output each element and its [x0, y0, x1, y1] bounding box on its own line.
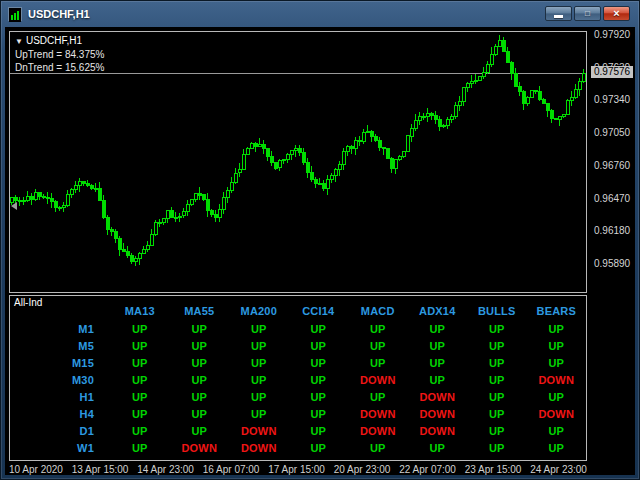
indicator-signal-cell: UP [467, 354, 527, 371]
time-axis-label: 17 Apr 15:00 [268, 464, 325, 475]
indicator-signal-cell: UP [467, 422, 527, 439]
indicator-signal-cell: DOWN [408, 388, 468, 405]
price-axis-label: 0.96470 [594, 193, 630, 204]
indicator-column-header: BEARS [527, 301, 587, 320]
indicator-column-header: MACD [348, 301, 408, 320]
window-title: USDCHF,H1 [28, 8, 90, 20]
titlebar[interactable]: USDCHF,H1 □ × [1, 1, 639, 27]
time-axis-label: 16 Apr 07:00 [203, 464, 260, 475]
indicator-signal-cell: UP [408, 320, 468, 337]
indicator-signal-cell: UP [229, 388, 289, 405]
time-axis-label: 14 Apr 23:00 [137, 464, 194, 475]
price-axis-label: 0.97920 [594, 29, 630, 40]
time-axis-label: 13 Apr 15:00 [72, 464, 129, 475]
chart-window: USDCHF,H1 □ × ▼USDCHF,H1 UpTrend = 84.37… [0, 0, 640, 480]
symbol-label: USDCHF,H1 [26, 35, 82, 46]
timeframe-label: D1 [10, 422, 110, 439]
indicator-signal-cell: UP [170, 354, 230, 371]
indicator-signal-cell: DOWN [348, 371, 408, 388]
dntrend-label: DnTrend = 15.625% [15, 61, 104, 74]
indicator-signal-cell: UP [348, 320, 408, 337]
indicator-signal-cell: DOWN [348, 405, 408, 422]
indicator-signal-cell: UP [170, 388, 230, 405]
indicator-signal-cell: UP [110, 354, 170, 371]
indicator-signal-cell: UP [408, 371, 468, 388]
timeframe-label: M5 [10, 337, 110, 354]
indicator-column-header: MA55 [170, 301, 230, 320]
indicator-signal-cell: DOWN [527, 371, 587, 388]
indicator-signal-cell: UP [289, 354, 349, 371]
price-axis: 0.979200.976300.973400.970500.967600.964… [589, 31, 637, 293]
close-button[interactable]: × [603, 6, 630, 21]
price-axis-label: 0.97340 [594, 94, 630, 105]
indicator-signal-cell: DOWN [229, 422, 289, 439]
indicator-signal-cell: UP [527, 337, 587, 354]
indicator-signal-cell: UP [110, 371, 170, 388]
indicator-signal-cell: UP [348, 354, 408, 371]
indicator-signal-cell: UP [170, 320, 230, 337]
indicator-signal-cell: UP [110, 388, 170, 405]
indicator-signal-cell: UP [229, 337, 289, 354]
indicator-signal-cell: UP [110, 320, 170, 337]
indicator-signal-cell: UP [170, 405, 230, 422]
indicator-signal-cell: UP [170, 337, 230, 354]
indicator-signal-cell: UP [408, 337, 468, 354]
timeframe-label: H4 [10, 405, 110, 422]
indicator-signal-cell: DOWN [170, 439, 230, 456]
time-axis-label: 22 Apr 07:00 [399, 464, 456, 475]
indicator-signal-cell: UP [289, 388, 349, 405]
timeframe-label: M15 [10, 354, 110, 371]
indicator-signal-cell: UP [348, 439, 408, 456]
timeframe-label: M30 [10, 371, 110, 388]
indicator-signal-cell: UP [527, 439, 587, 456]
indicator-signal-cell: UP [110, 439, 170, 456]
time-axis-label: 24 Apr 23:00 [530, 464, 587, 475]
indicator-signal-cell: UP [110, 422, 170, 439]
maximize-button[interactable]: □ [574, 6, 601, 21]
indicator-signal-cell: UP [229, 405, 289, 422]
indicator-signal-cell: DOWN [527, 405, 587, 422]
indicator-signal-cell: UP [110, 405, 170, 422]
indicator-signal-cell: UP [467, 388, 527, 405]
indicator-column-header: BULLS [467, 301, 527, 320]
timeframe-label: H1 [10, 388, 110, 405]
app-icon [8, 7, 22, 21]
indicator-signal-cell: UP [289, 405, 349, 422]
indicator-signal-cell: UP [467, 439, 527, 456]
dropdown-arrow-icon[interactable]: ▼ [15, 37, 23, 46]
current-price-tag: 0.97576 [591, 66, 633, 78]
minimize-icon [554, 15, 563, 18]
indicator-panel: All-Ind MA13MA55MA200CCI14MACDADX14BULLS… [9, 295, 587, 461]
indicator-signal-cell: DOWN [229, 439, 289, 456]
indicator-signal-cell: UP [527, 422, 587, 439]
time-axis-label: 20 Apr 23:00 [334, 464, 391, 475]
timeframe-label: M1 [10, 320, 110, 337]
time-axis-label: 23 Apr 15:00 [465, 464, 522, 475]
indicator-signal-cell: UP [170, 422, 230, 439]
indicator-signal-cell: UP [467, 320, 527, 337]
chart-overlay: ▼USDCHF,H1 UpTrend = 84.375% DnTrend = 1… [15, 34, 104, 74]
window-controls: □ × [545, 6, 630, 21]
indicator-signal-cell: UP [229, 320, 289, 337]
timeframe-label: W1 [10, 439, 110, 456]
indicator-signal-cell: UP [348, 337, 408, 354]
indicator-signal-cell: UP [229, 354, 289, 371]
indicator-column-header: MA200 [229, 301, 289, 320]
price-axis-label: 0.96760 [594, 160, 630, 171]
indicator-signal-cell: UP [527, 354, 587, 371]
indicator-signal-cell: UP [229, 371, 289, 388]
main-chart-panel[interactable]: ▼USDCHF,H1 UpTrend = 84.375% DnTrend = 1… [9, 31, 587, 293]
indicator-table: MA13MA55MA200CCI14MACDADX14BULLSBEARSM1U… [10, 301, 586, 456]
indicator-signal-cell: DOWN [348, 422, 408, 439]
time-axis-label: 10 Apr 2020 [9, 464, 63, 475]
price-axis-label: 0.96180 [594, 225, 630, 236]
price-axis-label: 0.95890 [594, 258, 630, 269]
minimize-button[interactable] [545, 6, 572, 21]
indicator-signal-cell: UP [110, 337, 170, 354]
indicator-signal-cell: DOWN [408, 405, 468, 422]
indicator-signal-cell: UP [467, 371, 527, 388]
indicator-signal-cell: UP [408, 354, 468, 371]
indicator-column-header: MA13 [110, 301, 170, 320]
uptrend-label: UpTrend = 84.375% [15, 48, 104, 61]
indicator-signal-cell: UP [170, 371, 230, 388]
